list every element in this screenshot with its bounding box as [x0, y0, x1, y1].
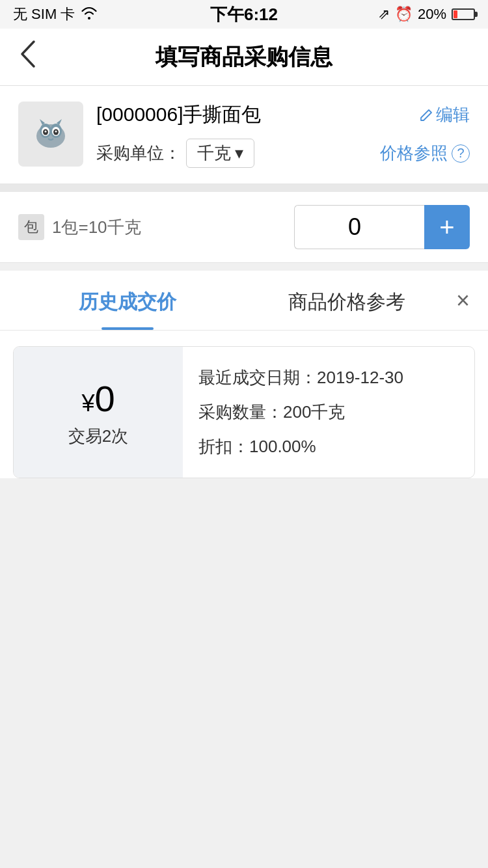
- tab-history-price[interactable]: 历史成交价: [18, 271, 237, 330]
- tab-product-price[interactable]: 商品价格参考: [237, 271, 455, 330]
- tab-product-label: 商品价格参考: [288, 291, 405, 312]
- quantity-input[interactable]: [294, 205, 424, 249]
- unit-info: 包 1包=10千克: [18, 214, 141, 240]
- tab-close-button[interactable]: ×: [456, 274, 470, 327]
- battery-icon: [452, 8, 475, 20]
- wifi-icon: [80, 5, 98, 23]
- unit-box: 包: [18, 214, 44, 240]
- product-header: [0000006]手撕面包 编辑: [96, 102, 470, 128]
- carrier-text: 无 SIM 卡: [13, 5, 75, 24]
- tabs-section: 历史成交价 商品价格参考 × ¥0 交易2次 最近成交日期：2019-12-30…: [0, 271, 488, 478]
- quantity-plus-button[interactable]: +: [424, 205, 470, 249]
- product-name: [0000006]手撕面包: [96, 102, 261, 128]
- quantity-input-row: +: [294, 205, 470, 249]
- tab-active-indicator: [102, 327, 154, 330]
- product-card: [0000006]手撕面包 编辑 采购单位： 千克 ▾ 价格参照 ?: [0, 86, 488, 184]
- recent-date-row: 最近成交日期：2019-12-30: [198, 365, 459, 390]
- history-price-left: ¥0 交易2次: [14, 347, 183, 478]
- edit-button[interactable]: 编辑: [419, 103, 470, 126]
- nav-bar: 填写商品采购信息: [0, 29, 488, 86]
- quantity-row: 包 1包=10千克 +: [0, 192, 488, 263]
- currency-symbol: ¥: [81, 390, 94, 416]
- history-price-value: ¥0: [81, 377, 115, 420]
- plus-icon: +: [439, 213, 454, 242]
- tabs-header: 历史成交价 商品价格参考 ×: [0, 271, 488, 331]
- price-reference-button[interactable]: 价格参照 ?: [380, 142, 470, 165]
- alarm-icon: ⏰: [395, 6, 413, 23]
- back-button[interactable]: [18, 39, 36, 75]
- unit-label: 采购单位： 千克 ▾: [96, 139, 254, 168]
- svg-point-7: [45, 131, 47, 133]
- history-card: ¥0 交易2次 最近成交日期：2019-12-30 采购数量：200千克 折扣：…: [13, 346, 475, 478]
- status-time: 下午6:12: [210, 3, 278, 26]
- unit-select[interactable]: 千克 ▾: [186, 139, 254, 168]
- product-unit-row: 采购单位： 千克 ▾ 价格参照 ?: [96, 139, 470, 168]
- status-bar: 无 SIM 卡 下午6:12 ⇗ ⏰ 20%: [0, 0, 488, 29]
- svg-point-8: [55, 131, 57, 133]
- tab-history-label: 历史成交价: [79, 291, 176, 312]
- battery-text: 20%: [418, 6, 446, 23]
- unit-conversion: 1包=10千克: [52, 216, 141, 239]
- help-icon: ?: [452, 144, 470, 163]
- status-right: ⇗ ⏰ 20%: [378, 6, 475, 23]
- history-details: 最近成交日期：2019-12-30 采购数量：200千克 折扣：100.00%: [183, 347, 474, 478]
- separator: [0, 184, 488, 192]
- chevron-down-icon: ▾: [235, 143, 243, 163]
- purchase-qty-row: 采购数量：200千克: [198, 400, 459, 425]
- product-thumbnail: [18, 102, 83, 167]
- discount-row: 折扣：100.00%: [198, 434, 459, 459]
- status-left: 无 SIM 卡: [13, 5, 98, 24]
- product-info: [0000006]手撕面包 编辑 采购单位： 千克 ▾ 价格参照 ?: [96, 102, 470, 168]
- history-trades-count: 交易2次: [68, 425, 128, 448]
- main-content-area: [0, 494, 488, 868]
- location-icon: ⇗: [378, 6, 390, 23]
- page-title: 填写商品采购信息: [156, 42, 332, 72]
